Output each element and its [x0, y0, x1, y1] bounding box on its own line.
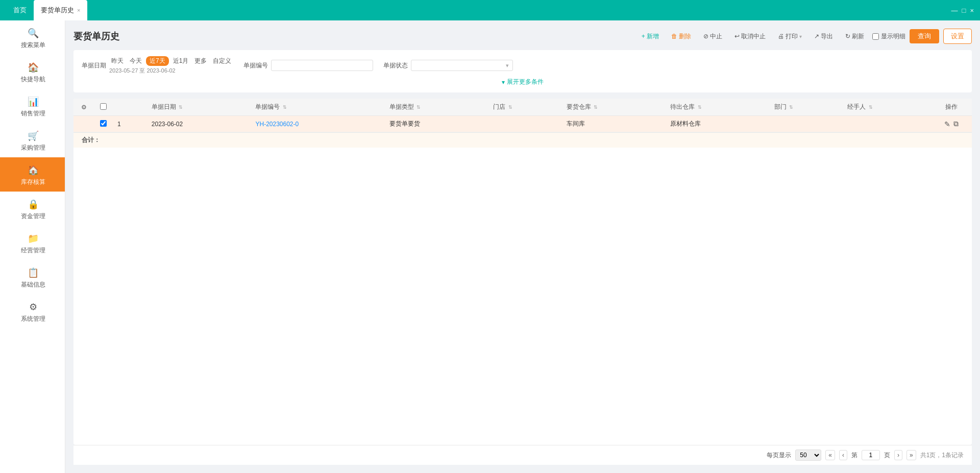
sidebar-item-finance[interactable]: 🔒 资金管理	[0, 192, 65, 226]
page-title: 要货单历史	[74, 30, 119, 42]
tab-requisition-history[interactable]: 要货单历史 ×	[34, 0, 87, 20]
date-btn-today[interactable]: 今天	[128, 56, 144, 66]
col-req-warehouse[interactable]: 要货仓库 ⇅	[561, 99, 666, 116]
sidebar-item-system[interactable]: ⚙ 系统管理	[0, 294, 65, 328]
delete-button[interactable]: 🗑 删除	[667, 30, 695, 43]
tab-home[interactable]: 首页	[6, 0, 34, 20]
doc-num-filter: 单据编号	[243, 60, 373, 71]
select-all-checkbox[interactable]	[100, 103, 107, 110]
prev-page-button[interactable]: ‹	[839, 450, 847, 460]
query-button[interactable]: 查询	[910, 29, 939, 43]
row-select-checkbox[interactable]	[100, 120, 107, 127]
op-icons: ✎ ⧉	[936, 120, 967, 128]
sidebar: 🔍 搜索菜单 🏠 快捷导航 📊 销售管理 🛒 采购管理 🏠 库存核算 🔒 资金管…	[0, 20, 65, 473]
edit-icon[interactable]: ✎	[944, 120, 950, 128]
col-store[interactable]: 门店 ⇅	[488, 99, 561, 116]
date-btn-yesterday[interactable]: 昨天	[109, 56, 126, 66]
row-pending-warehouse: 原材料仓库	[665, 116, 769, 132]
quick-nav-icon: 🏠	[28, 62, 39, 73]
export-button[interactable]: ↗ 导出	[810, 30, 837, 43]
basic-info-icon: 📋	[28, 267, 39, 278]
sales-icon: 📊	[28, 96, 39, 107]
inventory-icon: 🏠	[28, 164, 39, 176]
pagination-bar: 每页显示 50 10 20 100 « ‹ 第 页 › » 共1页，1条记录	[74, 445, 972, 465]
window-minimize-icon[interactable]: —	[951, 7, 958, 14]
close-tab-icon[interactable]: ×	[77, 7, 80, 13]
toolbar: + 新增 🗑 删除 ⊘ 中止 ↩ 取消中止 🖨 打印 ▾	[638, 29, 972, 44]
date-range-display: 2023-05-27 至 2023-06-02	[109, 67, 233, 75]
row-operation: ✎ ⧉	[931, 116, 972, 132]
date-btn-more[interactable]: 更多	[192, 56, 209, 66]
sort-dept-icon: ⇅	[789, 105, 793, 110]
table-footer: 合计：	[74, 132, 972, 148]
table-row: 1 2023-06-02 YH-20230602-0 要货单要货 车间库 原材料…	[74, 116, 972, 132]
next-page-button[interactable]: ›	[894, 450, 902, 460]
row-req-warehouse: 车间库	[561, 116, 666, 132]
first-page-button[interactable]: «	[825, 450, 835, 460]
main-layout: 🔍 搜索菜单 🏠 快捷导航 📊 销售管理 🛒 采购管理 🏠 库存核算 🔒 资金管…	[0, 20, 980, 473]
row-doc-no[interactable]: YH-20230602-0	[250, 116, 384, 132]
filter-area: 单据日期 昨天 今天 近7天 近1月 更多 自定义 2023-05-27 至 2…	[74, 50, 972, 92]
col-num	[112, 99, 146, 116]
sidebar-item-operations[interactable]: 📁 经营管理	[0, 226, 65, 260]
window-close-icon[interactable]: ×	[970, 7, 974, 14]
doc-no-link[interactable]: YH-20230602-0	[255, 121, 299, 128]
row-num: 1	[112, 116, 146, 132]
refresh-button[interactable]: ↻ 刷新	[841, 30, 868, 43]
date-filter-buttons: 昨天 今天 近7天 近1月 更多 自定义	[109, 56, 233, 66]
col-doc-type[interactable]: 单据类型 ⇅	[384, 99, 488, 116]
setting-button[interactable]: 设置	[943, 29, 972, 44]
print-button[interactable]: 🖨 打印 ▾	[774, 30, 806, 43]
sidebar-item-quick-nav[interactable]: 🏠 快捷导航	[0, 55, 65, 89]
system-icon: ⚙	[29, 301, 37, 313]
sidebar-item-purchase[interactable]: 🛒 采购管理	[0, 123, 65, 157]
doc-num-input[interactable]	[271, 60, 373, 71]
row-dept	[769, 116, 843, 132]
expand-more-btn[interactable]: ▾ 展开更多条件	[82, 78, 964, 86]
display-detail-check[interactable]	[872, 33, 879, 40]
status-select[interactable]	[411, 60, 513, 71]
row-checkbox	[94, 116, 112, 132]
row-doc-date: 2023-06-02	[146, 116, 251, 132]
status-filter: 单据状态	[383, 60, 513, 71]
new-button[interactable]: + 新增	[638, 30, 663, 43]
sort-store-icon: ⇅	[508, 105, 512, 110]
col-settings[interactable]: ⚙	[74, 99, 94, 116]
data-table: ⚙ 单据日期 ⇅ 单据编号 ⇅	[74, 99, 972, 132]
table-header-row: ⚙ 单据日期 ⇅ 单据编号 ⇅	[74, 99, 972, 116]
row-doc-type: 要货单要货	[384, 116, 488, 132]
sort-doc-no-icon: ⇅	[283, 105, 287, 110]
copy-icon[interactable]: ⧉	[953, 120, 959, 128]
date-btn-custom[interactable]: 自定义	[211, 56, 233, 66]
date-btn-last1month[interactable]: 近1月	[171, 56, 191, 66]
date-btn-last7days[interactable]: 近7天	[146, 56, 169, 66]
last-page-button[interactable]: »	[906, 450, 916, 460]
sidebar-item-sales[interactable]: 📊 销售管理	[0, 89, 65, 123]
filter-row: 单据日期 昨天 今天 近7天 近1月 更多 自定义 2023-05-27 至 2…	[82, 56, 964, 75]
content-area: 要货单历史 + 新增 🗑 删除 ⊘ 中止 ↩ 取消中止 🖨	[65, 20, 980, 473]
row-store	[488, 116, 561, 132]
top-bar: 首页 要货单历史 × — □ ×	[0, 0, 980, 20]
col-doc-date[interactable]: 单据日期 ⇅	[146, 99, 251, 116]
col-doc-no[interactable]: 单据编号 ⇅	[250, 99, 384, 116]
col-handler[interactable]: 经手人 ⇅	[842, 99, 931, 116]
operations-icon: 📁	[28, 233, 39, 244]
col-dept[interactable]: 部门 ⇅	[769, 99, 843, 116]
sidebar-item-inventory[interactable]: 🏠 库存核算	[0, 157, 65, 192]
sidebar-item-search-menu[interactable]: 🔍 搜索菜单	[0, 20, 65, 55]
sort-pending-warehouse-icon: ⇅	[698, 105, 702, 110]
date-filter: 单据日期 昨天 今天 近7天 近1月 更多 自定义 2023-05-27 至 2…	[82, 56, 233, 75]
finance-icon: 🔒	[28, 199, 39, 210]
stop-button[interactable]: ⊘ 中止	[699, 30, 726, 43]
purchase-icon: 🛒	[28, 130, 39, 141]
page-size-select[interactable]: 50 10 20 100	[795, 450, 821, 461]
cancel-stop-button[interactable]: ↩ 取消中止	[730, 30, 770, 43]
sort-doc-type-icon: ⇅	[416, 105, 421, 110]
display-detail-checkbox[interactable]: 显示明细	[872, 32, 905, 41]
page-number-input[interactable]	[862, 450, 880, 460]
table-wrap: ⚙ 单据日期 ⇅ 单据编号 ⇅	[74, 99, 972, 445]
col-pending-warehouse[interactable]: 待出仓库 ⇅	[665, 99, 769, 116]
window-controls: — □ ×	[951, 7, 974, 14]
window-maximize-icon[interactable]: □	[962, 7, 966, 14]
sidebar-item-basic-info[interactable]: 📋 基础信息	[0, 260, 65, 294]
